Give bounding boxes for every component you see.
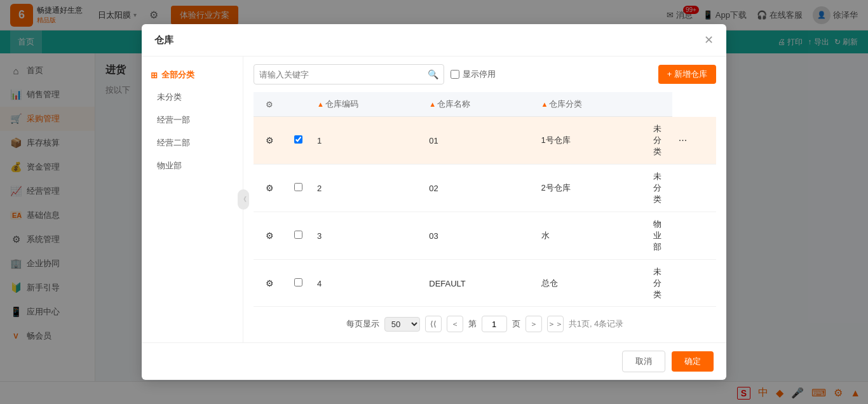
search-icon[interactable]: 🔍 — [428, 69, 438, 79]
next-page-btn[interactable]: ＞ — [526, 316, 542, 332]
table-row[interactable]: ⚙ 1 01 1号仓库 未分类 ··· — [254, 117, 716, 165]
modal-close-button[interactable]: ✕ — [704, 33, 714, 47]
grid-icon: ⊞ — [151, 71, 158, 80]
show-disabled-wrap: 显示停用 — [451, 69, 496, 80]
warehouse-modal: 仓库 ✕ ⊞ 全部分类 未分类 经营一部 经营二部 物业部 《 — [142, 24, 726, 380]
table-header: ⚙ ▲仓库编码 ▲仓库名称 ▲仓库分类 — [254, 92, 716, 117]
category-all-header[interactable]: ⊞ 全部分类 — [142, 64, 243, 86]
row-name-3: 总仓 — [535, 260, 647, 307]
modal-title: 仓库 — [154, 34, 173, 46]
row-index-2: 3 — [311, 212, 423, 260]
row-actions-3[interactable] — [672, 260, 716, 307]
row-actions-0[interactable]: ··· — [672, 117, 716, 165]
per-page-select[interactable]: 50 100 200 — [384, 317, 420, 332]
cancel-button[interactable]: 取消 — [622, 351, 665, 372]
row-code-2: 03 — [423, 212, 534, 260]
col-header-settings: ⚙ — [254, 92, 285, 117]
col-header-actions — [647, 92, 672, 117]
page-total-info: 共1页, 4条记录 — [569, 318, 624, 330]
add-warehouse-button[interactable]: + 新增仓库 — [658, 65, 716, 84]
col-header-code: ▲仓库编码 — [311, 92, 423, 117]
row-settings-3[interactable]: ⚙ — [254, 260, 285, 307]
row-cat-2: 物业部 — [647, 212, 672, 260]
table-toolbar: 🔍 显示停用 + 新增仓库 — [254, 64, 716, 84]
page-unit: 页 — [512, 318, 520, 330]
table-row[interactable]: ⚙ 2 02 2号仓库 未分类 — [254, 165, 716, 212]
page-number-input[interactable] — [482, 316, 507, 332]
row-code-0: 01 — [423, 117, 534, 165]
pagination-bar: 每页显示 50 100 200 ⟨⟨ ＜ 第 页 ＞ ＞＞ 共1页, 4条记录 — [254, 306, 716, 335]
col-header-check — [285, 92, 311, 117]
row-cat-3: 未分类 — [647, 260, 672, 307]
per-page-label: 每页显示 — [346, 318, 379, 330]
search-input[interactable] — [259, 70, 428, 79]
row-index-3: 4 — [311, 260, 423, 307]
row-cat-1: 未分类 — [647, 165, 672, 212]
col-header-category: ▲仓库分类 — [535, 92, 647, 117]
col-header-name: ▲仓库名称 — [423, 92, 534, 117]
row-index-0: 1 — [311, 117, 423, 165]
modal-overlay: 仓库 ✕ ⊞ 全部分类 未分类 经营一部 经营二部 物业部 《 — [0, 0, 868, 404]
table-container: ⚙ ▲仓库编码 ▲仓库名称 ▲仓库分类 ⚙ — [254, 92, 716, 306]
show-disabled-label: 显示停用 — [463, 69, 496, 80]
page-label: 第 — [468, 318, 477, 330]
modal-body: ⊞ 全部分类 未分类 经营一部 经营二部 物业部 《 🔍 — [142, 57, 726, 342]
warehouse-table: ⚙ ▲仓库编码 ▲仓库名称 ▲仓库分类 ⚙ — [254, 92, 716, 306]
category-collapse-btn[interactable]: 《 — [238, 189, 249, 210]
row-code-3: DEFAULT — [423, 260, 534, 307]
table-body: ⚙ 1 01 1号仓库 未分类 ··· ⚙ 2 — [254, 117, 716, 307]
table-row[interactable]: ⚙ 3 03 水 物业部 — [254, 212, 716, 260]
category-item-2[interactable]: 经营二部 — [142, 131, 243, 154]
category-item-0[interactable]: 未分类 — [142, 86, 243, 109]
row-name-0: 1号仓库 — [535, 117, 647, 165]
row-settings-1[interactable]: ⚙ — [254, 165, 285, 212]
confirm-button[interactable]: 确定 — [672, 351, 714, 372]
search-input-wrap: 🔍 — [254, 64, 444, 84]
first-page-btn[interactable]: ⟨⟨ — [425, 316, 442, 332]
modal-footer: 取消 确定 — [142, 342, 726, 380]
row-actions-1[interactable] — [672, 165, 716, 212]
row-check-2[interactable] — [285, 212, 311, 260]
prev-page-btn[interactable]: ＜ — [447, 316, 463, 332]
row-settings-0[interactable]: ⚙ — [254, 117, 285, 165]
category-panel: ⊞ 全部分类 未分类 经营一部 经营二部 物业部 《 — [142, 57, 243, 342]
row-name-2: 水 — [535, 212, 647, 260]
row-index-1: 2 — [311, 165, 423, 212]
row-code-1: 02 — [423, 165, 534, 212]
category-item-3[interactable]: 物业部 — [142, 154, 243, 177]
row-check-1[interactable] — [285, 165, 311, 212]
row-actions-2[interactable] — [672, 212, 716, 260]
table-row[interactable]: ⚙ 4 DEFAULT 总仓 未分类 — [254, 260, 716, 307]
row-name-1: 2号仓库 — [535, 165, 647, 212]
show-disabled-checkbox[interactable] — [451, 70, 459, 79]
category-item-1[interactable]: 经营一部 — [142, 109, 243, 131]
modal-header: 仓库 ✕ — [142, 24, 726, 57]
category-all-label: 全部分类 — [161, 69, 194, 81]
last-page-btn[interactable]: ＞＞ — [547, 316, 564, 332]
row-settings-2[interactable]: ⚙ — [254, 212, 285, 260]
row-check-3[interactable] — [285, 260, 311, 307]
row-check-0[interactable] — [285, 117, 311, 165]
row-cat-0: 未分类 — [647, 117, 672, 165]
table-panel: 🔍 显示停用 + 新增仓库 ⚙ — [243, 57, 726, 342]
